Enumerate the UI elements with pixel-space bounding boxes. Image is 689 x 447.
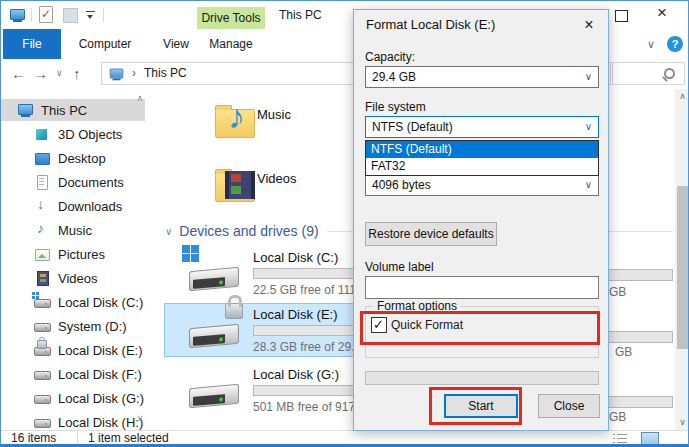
music-note-icon [228,97,245,136]
close-dialog-icon[interactable]: × [578,14,600,36]
tab-computer[interactable]: Computer [67,29,143,59]
cube-icon [34,126,52,142]
divider [31,8,32,22]
drive-icon [34,414,52,430]
divider [103,8,104,22]
sidebar-item-music[interactable]: Music [1,219,153,241]
volume-label-input[interactable] [365,276,599,299]
scroll-up-icon[interactable]: ∧ [133,93,147,103]
search-icon[interactable] [664,68,675,79]
sidebar-item-local-disk-c[interactable]: Local Disk (C:) [1,291,153,313]
sidebar-item-videos[interactable]: Videos [1,267,153,289]
format-options-group [365,306,599,358]
drive-caption-fragment: GB [609,285,626,299]
folder-name: Videos [257,171,297,186]
close-button[interactable]: Close [538,394,600,418]
properties-icon[interactable] [39,6,53,23]
tab-file[interactable]: File [3,29,61,59]
sidebar-item-local-disk-g[interactable]: Local Disk (G:) [1,387,153,409]
customize-toolbar-caret-icon[interactable] [86,11,95,19]
status-bar: 16 items 1 item selected [1,430,688,446]
sidebar-item-system-d[interactable]: System (D:) [1,315,153,337]
chevron-down-icon: ∨ [585,175,592,195]
details-view-icon[interactable] [613,433,628,444]
breadcrumb-location[interactable]: This PC [144,63,187,84]
recent-locations-caret-icon[interactable]: ∨ [56,59,63,88]
film-strip-icon [225,171,255,199]
sidebar-item-this-pc[interactable]: This PC [1,99,145,121]
sidebar-item-label: Local Disk (G:) [58,391,144,406]
search-input[interactable] [612,62,685,85]
tab-manage[interactable]: Manage [199,29,263,59]
restore-defaults-button[interactable]: Restore device defaults [365,222,497,246]
quick-format-checkbox[interactable] [371,317,387,333]
format-dialog: Format Local Disk (E:) × Capacity: 29.4 … [353,9,609,431]
large-icons-view-icon[interactable] [641,432,659,446]
drive-caption-fragment: GB [609,410,626,424]
music-note-icon [34,222,52,238]
forward-icon[interactable]: → [33,59,48,88]
close-window-button[interactable]: × [652,3,672,23]
app-icon [9,7,27,23]
dropdown-option-ntfs[interactable]: NTFS (Default) [366,141,598,158]
drive-icon [34,342,52,358]
lock-icon [225,303,243,319]
folder-name: Music [257,107,291,122]
drive-name: Local Disk (C:) [253,250,338,265]
drive-icon [185,259,245,295]
breadcrumb-separator-icon: › [132,63,136,84]
group-header-label: Devices and drives (9) [179,223,318,239]
quick-format-label: Quick Format [391,318,463,332]
sidebar-item-label: Downloads [58,199,122,214]
chevron-down-icon[interactable]: ∨ [165,226,172,237]
sidebar-item-label: Local Disk (H:) [58,415,143,430]
tab-view[interactable]: View [151,29,201,59]
sidebar-item-3d-objects[interactable]: 3D Objects [1,123,153,145]
folder-icon [215,173,255,202]
drive-icon [185,316,245,352]
drive-icon [34,294,52,310]
windows-flag-icon [182,245,200,263]
scroll-down-icon[interactable]: ∨ [675,417,689,427]
download-arrow-icon [34,198,52,214]
volume-label-label: Volume label [365,260,434,274]
drive-name: Local Disk (E:) [253,307,338,322]
vertical-scrollbar[interactable]: ∧ ∨ [675,89,689,430]
explorer-window: Drive Tools This PC × File Computer View… [0,0,689,447]
scroll-up-icon[interactable]: ∧ [675,91,689,101]
file-system-select[interactable]: NTFS (Default) ∨ [365,116,599,138]
lock-icon [37,340,47,349]
picture-icon [34,246,52,262]
folder-icon [215,109,255,138]
back-icon[interactable]: ← [11,59,26,88]
allocation-unit-select[interactable]: 4096 bytes ∨ [365,174,599,196]
dropdown-option-fat32[interactable]: FAT32 [366,158,598,175]
new-folder-icon[interactable] [63,8,78,23]
drive-icon [185,376,245,412]
navigation-pane: This PC 3D Objects Desktop Documents Dow… [1,89,153,430]
collapse-ribbon-icon[interactable]: ∨ [647,29,655,59]
capacity-select[interactable]: 29.4 GB ∨ [365,66,599,88]
scroll-down-icon[interactable]: ∨ [133,413,147,423]
drive-tools-contextual-tab[interactable]: Drive Tools [197,7,265,29]
scrollbar-thumb[interactable] [677,186,688,349]
sidebar-item-local-disk-f[interactable]: Local Disk (F:) [1,363,153,385]
sidebar-item-label: Local Disk (C:) [58,295,143,310]
sidebar-item-documents[interactable]: Documents [1,171,153,193]
sidebar-item-desktop[interactable]: Desktop [1,147,153,169]
sidebar-item-pictures[interactable]: Pictures [1,243,153,265]
chevron-down-icon: ∨ [585,67,592,87]
maximize-button[interactable] [615,10,628,22]
sidebar-item-label: Local Disk (F:) [58,367,142,382]
drive-caption-fragment: GB [615,345,632,359]
help-icon[interactable]: ? [667,36,683,52]
start-button[interactable]: Start [444,394,518,418]
sidebar-item-local-disk-h[interactable]: Local Disk (H:) [1,411,153,430]
up-icon[interactable]: ↑ [73,59,81,88]
sidebar-item-local-disk-e[interactable]: Local Disk (E:) [1,339,153,361]
sidebar-item-downloads[interactable]: Downloads [1,195,153,217]
file-system-value: NTFS (Default) [372,120,453,134]
items-count: 16 items [11,431,56,446]
drive-led [219,337,223,341]
format-progress-bar [365,371,599,385]
